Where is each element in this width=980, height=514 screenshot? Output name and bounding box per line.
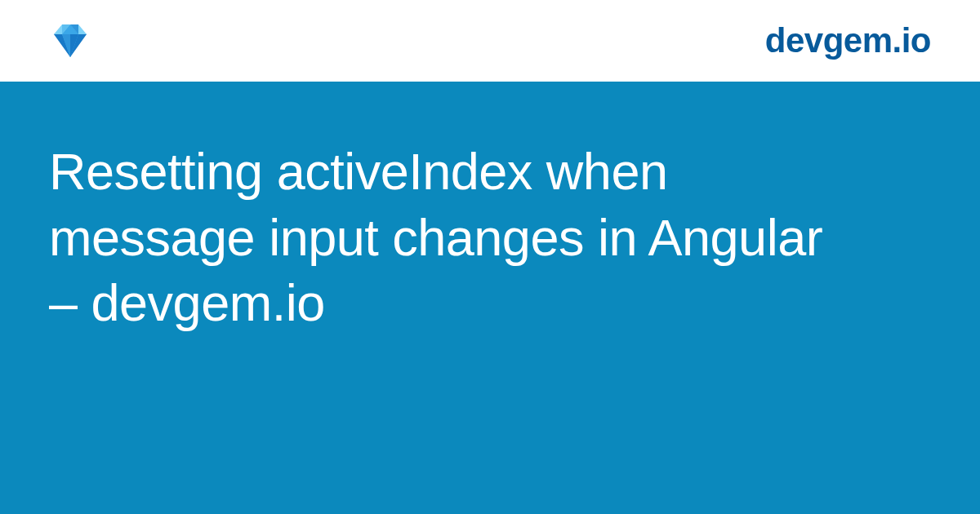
brand-name: devgem.io [765,21,931,60]
gem-icon [49,20,91,62]
page-title: Resetting activeIndex when message input… [49,139,849,336]
header: devgem.io [0,0,980,82]
hero-section: Resetting activeIndex when message input… [0,82,980,514]
